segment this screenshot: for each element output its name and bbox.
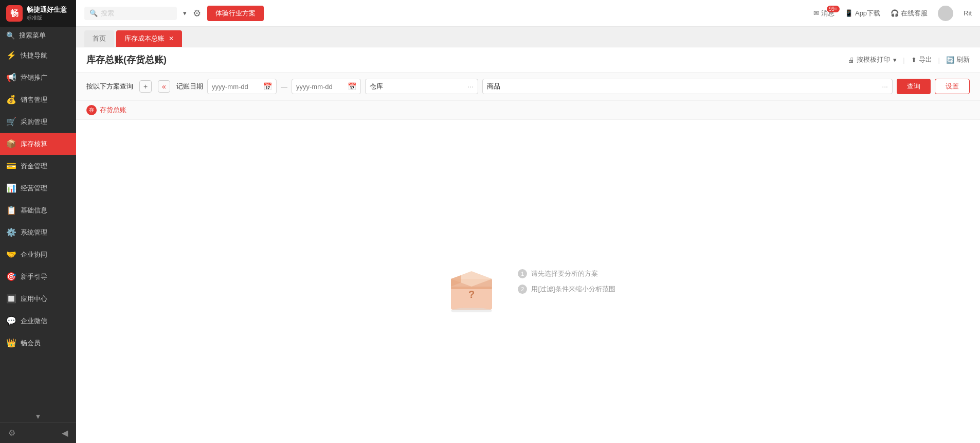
filter-collapse-btn[interactable]: « <box>158 80 170 93</box>
message-icon: ✉ <box>813 9 819 17</box>
product-select[interactable]: 商品 ··· <box>482 79 893 94</box>
finance-icon: 💳 <box>6 161 15 171</box>
sidebar: 畅 畅捷通好生意 标准版 🔍 搜索菜单 ⚡ 快捷导航 📢 营销推广 💰 销售管理… <box>0 0 76 443</box>
tab-home-label: 首页 <box>93 34 106 43</box>
empty-tip-2: 2 用[过滤]条件来缩小分析范围 <box>518 285 615 294</box>
search-menu-label: 搜索菜单 <box>19 31 46 40</box>
scheme-label: 存货总账 <box>100 105 126 115</box>
nav-label: 新手引导 <box>21 272 47 281</box>
apps-icon: 🔲 <box>6 294 15 304</box>
sidebar-item-marketing[interactable]: 📢 营销推广 <box>0 66 76 88</box>
user-avatar[interactable] <box>938 6 953 21</box>
warehouse-more-icon: ··· <box>467 82 474 91</box>
sidebar-item-operations[interactable]: 📊 经营管理 <box>0 177 76 199</box>
nav-label: 应用中心 <box>21 294 47 304</box>
sidebar-item-apps[interactable]: 🔲 应用中心 <box>0 288 76 310</box>
export-icon: ⬆ <box>911 56 917 64</box>
export-label: 导出 <box>919 55 932 64</box>
phone-icon: 📱 <box>845 9 853 17</box>
topbar-dropdown[interactable]: ▾ <box>183 9 187 17</box>
topbar: 🔍 搜索 ▾ ⚙ 体验行业方案 ✉ 消息 99+ 📱 App下载 🎧 在线客服 … <box>76 0 980 27</box>
query-btn[interactable]: 查询 <box>897 79 931 94</box>
sidebar-item-inventory[interactable]: 📦 库存核算 <box>0 133 76 155</box>
service-label: 在线客服 <box>901 9 928 18</box>
customer-service-btn[interactable]: 🎧 在线客服 <box>891 9 928 18</box>
page-header: 库存总账(存货总账) 🖨 按模板打印 ▾ | ⬆ 导出 | 🔄 刷新 <box>76 47 980 73</box>
sidebar-item-system[interactable]: ⚙️ 系统管理 <box>0 221 76 243</box>
sidebar-scroll-down[interactable]: ▼ <box>0 411 76 422</box>
nav-label: 企业协同 <box>21 250 47 259</box>
nav-label: 销售管理 <box>21 95 47 104</box>
tab-home[interactable]: 首页 <box>84 30 114 47</box>
topbar-right: ✉ 消息 99+ 📱 App下载 🎧 在线客服 Rit <box>813 6 972 21</box>
filter-bar: 按以下方案查询 + « 记账日期 📅 — 📅 仓库 ··· <box>76 73 980 101</box>
scheme-icon-char: 存 <box>89 107 94 114</box>
quick-nav-icon: ⚡ <box>6 50 15 60</box>
page-title: 库存总账(存货总账) <box>86 54 167 66</box>
nav-label: 畅会员 <box>21 339 41 348</box>
purchase-icon: 🛒 <box>6 117 15 127</box>
sidebar-item-newbie[interactable]: 🎯 新手引导 <box>0 265 76 288</box>
settings-filter-btn[interactable]: 设置 <box>935 79 970 94</box>
tabbar: 首页 库存成本总账 ✕ <box>76 27 980 47</box>
tip2-text: 用[过滤]条件来缩小分析范围 <box>531 285 615 294</box>
sidebar-item-enterprise[interactable]: 🤝 企业协同 <box>0 243 76 265</box>
scheme-item[interactable]: 存 存货总账 <box>86 105 126 115</box>
app-download-btn[interactable]: 📱 App下载 <box>845 9 880 18</box>
sidebar-item-sales[interactable]: 💰 销售管理 <box>0 88 76 111</box>
product-label: 商品 <box>487 82 500 91</box>
inventory-icon: 📦 <box>6 139 15 149</box>
operations-icon: 📊 <box>6 183 15 193</box>
empty-illustration: ? <box>441 251 502 312</box>
app-logo: 畅 畅捷通好生意 标准版 <box>0 0 76 27</box>
date-start-input[interactable]: 📅 <box>207 79 277 94</box>
nav-label: 采购管理 <box>21 117 47 127</box>
tab-inventory-label: 库存成本总账 <box>124 34 165 43</box>
sidebar-nav: ⚡ 快捷导航 📢 营销推广 💰 销售管理 🛒 采购管理 📦 库存核算 💳 资金管… <box>0 44 76 411</box>
print-btn[interactable]: 🖨 按模板打印 ▾ <box>848 55 897 64</box>
refresh-btn[interactable]: 🔄 刷新 <box>946 55 970 64</box>
empty-state: ? 1 请先选择要分析的方案 2 用[过滤]条件来缩小分析范围 <box>76 120 980 443</box>
collapse-icon[interactable]: ◀ <box>62 428 68 438</box>
warehouse-label: 仓库 <box>370 82 383 91</box>
tab-close-btn[interactable]: ✕ <box>169 36 174 42</box>
filter-add-btn[interactable]: + <box>139 80 152 93</box>
system-icon: ⚙️ <box>6 227 15 237</box>
topbar-gear-icon[interactable]: ⚙ <box>193 8 201 19</box>
app-version: 标准版 <box>27 14 67 22</box>
sidebar-item-wechat[interactable]: 💬 企业微信 <box>0 310 76 332</box>
date-end-field[interactable] <box>296 83 348 91</box>
trial-btn[interactable]: 体验行业方案 <box>207 6 264 21</box>
scheme-row: 存 存货总账 <box>76 101 980 120</box>
empty-tips: 1 请先选择要分析的方案 2 用[过滤]条件来缩小分析范围 <box>518 269 615 294</box>
tab-inventory-ledger[interactable]: 库存成本总账 ✕ <box>116 30 182 47</box>
nav-label: 快捷导航 <box>21 51 47 60</box>
settings-icon[interactable]: ⚙ <box>8 428 15 438</box>
headset-icon: 🎧 <box>891 9 899 17</box>
print-icon: 🖨 <box>848 56 855 64</box>
export-btn[interactable]: ⬆ 导出 <box>911 55 932 64</box>
nav-label: 库存核算 <box>21 139 47 149</box>
sidebar-item-quick-nav[interactable]: ⚡ 快捷导航 <box>0 44 76 66</box>
calendar-icon: 📅 <box>263 82 272 91</box>
content-area: 库存总账(存货总账) 🖨 按模板打印 ▾ | ⬆ 导出 | 🔄 刷新 <box>76 47 980 443</box>
search-icon: 🔍 <box>6 31 15 40</box>
page-actions: 🖨 按模板打印 ▾ | ⬆ 导出 | 🔄 刷新 <box>848 55 970 64</box>
basics-icon: 📋 <box>6 205 15 215</box>
warehouse-select[interactable]: 仓库 ··· <box>365 79 478 94</box>
topbar-search-icon: 🔍 <box>89 9 98 17</box>
date-end-input[interactable]: 📅 <box>292 79 361 94</box>
scheme-icon: 存 <box>86 105 97 115</box>
topbar-search[interactable]: 🔍 搜索 <box>84 7 177 20</box>
sidebar-footer: ⚙ ◀ <box>0 422 76 443</box>
nav-label: 营销推广 <box>21 73 47 82</box>
product-more-icon: ··· <box>882 82 888 91</box>
date-start-field[interactable] <box>212 83 263 91</box>
sidebar-item-basics[interactable]: 📋 基础信息 <box>0 199 76 221</box>
message-btn[interactable]: ✉ 消息 99+ <box>813 9 834 18</box>
sidebar-item-vip[interactable]: 👑 畅会员 <box>0 332 76 354</box>
refresh-label: 刷新 <box>956 55 970 64</box>
sidebar-item-purchase[interactable]: 🛒 采购管理 <box>0 111 76 133</box>
sidebar-item-finance[interactable]: 💳 资金管理 <box>0 155 76 177</box>
search-menu[interactable]: 🔍 搜索菜单 <box>0 27 76 44</box>
